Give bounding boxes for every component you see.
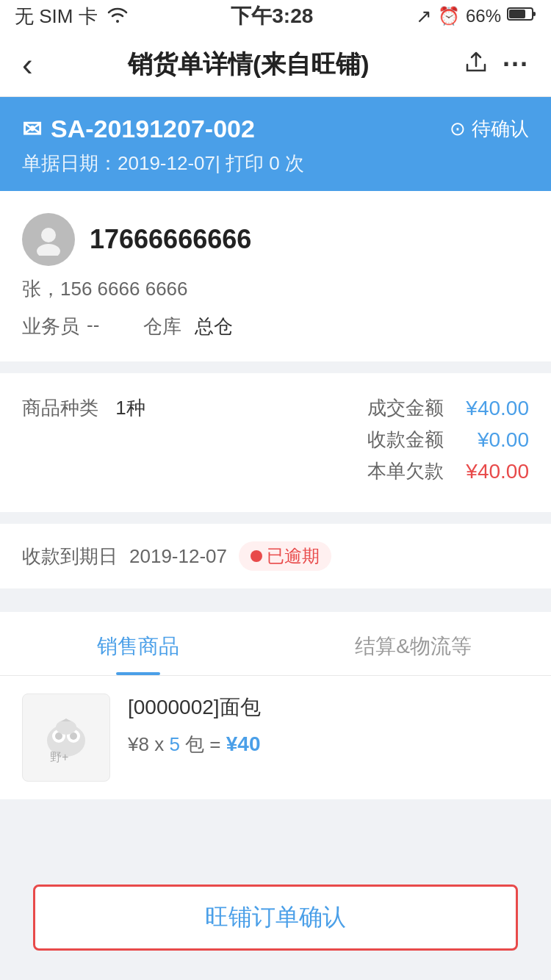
overdue-badge: 已逾期 [239, 541, 331, 571]
page-title: 销货单详情(来自旺铺) [128, 48, 370, 82]
overdue-text: 已逾期 [267, 544, 320, 568]
wifi-icon [107, 5, 129, 28]
tab-settlement[interactable]: 结算&物流等 [276, 612, 551, 675]
due-date-label: 收款到期日 [22, 544, 118, 569]
clock-icon: ⊙ [450, 118, 466, 140]
divider-3 [0, 588, 551, 600]
tab-underline [116, 672, 160, 675]
customer-meta: 业务员 -- 仓库 总仓 [22, 314, 529, 339]
location-icon: ↗ [416, 5, 432, 28]
summary-right: 成交金额 ¥40.00 收款金额 ¥0.00 本单欠款 ¥40.00 [367, 395, 529, 490]
order-icon: ✉ [22, 115, 42, 143]
divider-1 [0, 361, 551, 373]
svg-rect-1 [533, 12, 536, 16]
tab-products[interactable]: 销售商品 [0, 612, 276, 675]
nav-actions: ··· [464, 49, 529, 80]
deal-amount-value: ¥40.00 [455, 397, 529, 420]
nav-bar: ‹ 销货单详情(来自旺铺) ··· [0, 32, 551, 97]
customer-name: 张，156 6666 6666 [22, 276, 529, 302]
tabs-section: 销售商品 结算&物流等 [0, 612, 551, 676]
customer-section: 17666666666 张，156 6666 6666 业务员 -- 仓库 总仓 [0, 191, 551, 361]
received-value: ¥0.00 [455, 428, 529, 452]
svg-point-3 [41, 228, 56, 242]
received-label: 收款金额 [367, 427, 444, 453]
status-time: 下午3:28 [231, 2, 313, 30]
salesperson-value: -- [87, 314, 99, 339]
warehouse-value: 总仓 [195, 314, 233, 339]
svg-point-10 [56, 720, 76, 735]
summary-section: 商品种类 1种 成交金额 ¥40.00 收款金额 ¥0.00 本单欠款 ¥40.… [0, 373, 551, 512]
svg-rect-2 [509, 10, 525, 18]
product-price-row: ¥8 x 5 包 = ¥40 [128, 732, 529, 757]
status-bar: 无 SIM 卡 下午3:28 ↗ ⏰ 66% [0, 0, 551, 32]
more-icon[interactable]: ··· [503, 49, 529, 80]
confirm-btn-wrapper: 旺铺订单确认 [33, 884, 518, 951]
status-left: 无 SIM 卡 [15, 4, 129, 29]
due-section: 收款到期日 2019-12-07 已逾期 [0, 524, 551, 588]
battery-icon [507, 6, 536, 26]
product-thumb-icon: 野+ [37, 705, 96, 771]
product-name: [0000002]面包 [128, 693, 529, 721]
order-status: ⊙ 待确认 [450, 116, 529, 142]
order-date-line: 单据日期：2019-12-07| 打印 0 次 [22, 151, 529, 176]
alarm-icon: ⏰ [438, 6, 460, 26]
owed-label: 本单欠款 [367, 458, 444, 484]
summary-left: 商品种类 1种 [22, 395, 145, 425]
overdue-dot-icon [251, 550, 262, 562]
deal-amount-label: 成交金额 [367, 395, 444, 421]
carrier-label: 无 SIM 卡 [15, 4, 98, 29]
status-right: ↗ ⏰ 66% [416, 5, 536, 28]
product-type-label: 商品种类 [22, 397, 98, 419]
divider-2 [0, 512, 551, 524]
product-type-value: 1种 [115, 397, 145, 419]
order-number: ✉ SA-20191207-002 [22, 115, 255, 143]
battery-label: 66% [466, 6, 501, 26]
product-info: [0000002]面包 ¥8 x 5 包 = ¥40 [128, 693, 529, 757]
confirm-order-button[interactable]: 旺铺订单确认 [33, 884, 518, 951]
svg-text:野+: 野+ [50, 751, 68, 763]
salesperson-label: 业务员 [22, 314, 79, 339]
order-header: ✉ SA-20191207-002 ⊙ 待确认 单据日期：2019-12-07|… [0, 97, 551, 191]
customer-avatar [22, 213, 75, 266]
warehouse-label: 仓库 [143, 314, 181, 339]
product-thumbnail: 野+ [22, 693, 110, 782]
product-item: 野+ [0000002]面包 ¥8 x 5 包 = ¥40 [0, 676, 551, 799]
back-button[interactable]: ‹ [22, 46, 33, 83]
owed-value: ¥40.00 [455, 460, 529, 483]
svg-point-4 [37, 244, 60, 256]
due-date-value: 2019-12-07 [129, 545, 227, 568]
customer-phone: 17666666666 [90, 224, 251, 255]
share-icon[interactable] [464, 50, 488, 79]
